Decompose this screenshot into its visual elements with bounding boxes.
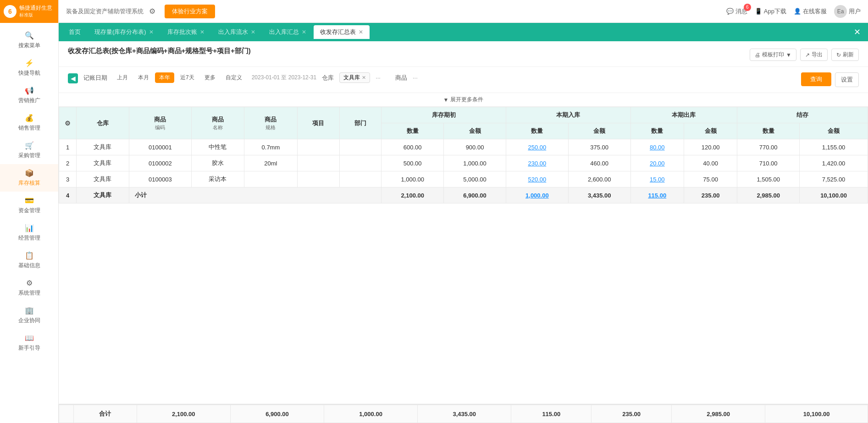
row1-in-qty[interactable]: 250.00 bbox=[506, 139, 568, 155]
chevron-down-icon: ▼ bbox=[786, 52, 791, 58]
tab-home[interactable]: 首页 bbox=[62, 25, 87, 39]
purchase-icon: 🛒 bbox=[25, 141, 34, 150]
row1-in-amt: 375.00 bbox=[568, 139, 630, 155]
date-option-more[interactable]: 更多 bbox=[200, 72, 220, 83]
basic-icon: 📋 bbox=[25, 251, 34, 260]
online-service-action[interactable]: 👤 在线客服 bbox=[794, 7, 827, 16]
table-header-row-top: ⚙ 仓库 商品编码 商品名称 商品规格 项目 部门 库存期初 本期入库 本期出库… bbox=[59, 107, 868, 123]
date-option-custom[interactable]: 自定义 bbox=[221, 72, 246, 83]
finance-icon: 💳 bbox=[25, 196, 34, 205]
message-action[interactable]: 💬 消息 6 bbox=[726, 7, 747, 16]
tab-inout-flow-close[interactable]: ✕ bbox=[251, 29, 255, 35]
expand-more-btn[interactable]: ▼ 展开更多条件 bbox=[443, 96, 484, 104]
tab-inventory-dist-close[interactable]: ✕ bbox=[149, 29, 154, 35]
sidebar-item-inventory[interactable]: 📦 库存核算 bbox=[0, 164, 58, 192]
col-project-header: 项目 bbox=[298, 107, 340, 139]
row2-product-spec: 20ml bbox=[244, 155, 297, 171]
row3-in-qty[interactable]: 520.00 bbox=[506, 171, 568, 187]
product-label: 商品 bbox=[395, 74, 407, 82]
refresh-btn[interactable]: ↻ 刷新 bbox=[831, 49, 859, 61]
sidebar-item-label: 系统管理 bbox=[18, 289, 40, 297]
tab-recv-send-close[interactable]: ✕ bbox=[359, 29, 363, 35]
date-option-last-month[interactable]: 上月 bbox=[113, 72, 132, 83]
subtotal-in-qty[interactable]: 1,000.00 bbox=[506, 187, 568, 203]
message-badge: 6 bbox=[744, 4, 751, 11]
sidebar-item-enterprise[interactable]: 🏢 企业协同 bbox=[0, 302, 58, 329]
row1-product-spec: 0.7mm bbox=[244, 139, 297, 155]
page-container: 收发存汇总表(按仓库+商品编码+商品+规格型号+项目+部门) 🖨 模板打印 ▼ … bbox=[59, 41, 868, 423]
sidebar-item-system[interactable]: ⚙ 系统管理 bbox=[0, 274, 58, 302]
col-in-qty-header: 数量 bbox=[506, 123, 568, 139]
warehouse-tag-text: 文具库 bbox=[343, 74, 360, 82]
row2-balance-amt: 1,420.00 bbox=[800, 155, 868, 171]
subtotal-label: 小计 bbox=[129, 187, 381, 203]
sidebar-logo: 6 畅捷通好生意 标准版 bbox=[0, 0, 58, 23]
row1-product-code: 0100001 bbox=[129, 139, 191, 155]
sidebar-item-label: 销售管理 bbox=[18, 124, 40, 132]
sidebar-item-sales[interactable]: 💰 销售管理 bbox=[0, 109, 58, 137]
row3-balance-amt: 7,525.00 bbox=[800, 171, 868, 187]
sidebar-item-operations[interactable]: 📊 经营管理 bbox=[0, 219, 58, 247]
row3-opening-qty: 1,000.00 bbox=[381, 171, 444, 187]
tab-home-label: 首页 bbox=[69, 28, 81, 36]
row1-product-name: 中性笔 bbox=[191, 139, 244, 155]
app-download-action[interactable]: 📱 App下载 bbox=[755, 7, 786, 16]
subtotal-balance-amt: 10,100.00 bbox=[800, 187, 868, 203]
sidebar: 6 畅捷通好生意 标准版 🔍 搜索菜单 ⚡ 快捷导航 📢 营销推广 💰 销售管理… bbox=[0, 0, 59, 423]
warehouse-tag-close[interactable]: ✕ bbox=[362, 75, 366, 81]
tab-recv-send-summary[interactable]: 收发存汇总表 ✕ bbox=[314, 25, 370, 39]
sidebar-item-label: 库存核算 bbox=[18, 179, 40, 187]
row1-out-qty[interactable]: 80.00 bbox=[630, 139, 684, 155]
col-settings-header[interactable]: ⚙ bbox=[59, 107, 77, 139]
trial-btn[interactable]: 体验行业方案 bbox=[165, 5, 215, 18]
row2-department bbox=[339, 155, 381, 171]
column-settings-icon[interactable]: ⚙ bbox=[65, 120, 71, 127]
table-footer: 合计 2,100.00 6,900.00 1,000.00 3,435.00 1… bbox=[59, 404, 868, 423]
query-btn[interactable]: 查询 bbox=[801, 72, 831, 86]
sidebar-item-search[interactable]: 🔍 搜索菜单 bbox=[0, 27, 58, 54]
sidebar-item-quick-nav[interactable]: ⚡ 快捷导航 bbox=[0, 54, 58, 82]
row3-in-amt: 2,600.00 bbox=[568, 171, 630, 187]
subtotal-balance-qty: 2,985.00 bbox=[737, 187, 800, 203]
subtotal-out-qty[interactable]: 115.00 bbox=[630, 187, 684, 203]
sidebar-item-basic[interactable]: 📋 基础信息 bbox=[0, 247, 58, 274]
row2-product-name: 胶水 bbox=[191, 155, 244, 171]
logo-text: 畅捷通好生意 标准版 bbox=[19, 5, 52, 18]
date-option-7days[interactable]: 近7天 bbox=[176, 72, 199, 83]
tab-batch-ledger-close[interactable]: ✕ bbox=[200, 29, 205, 35]
sidebar-item-purchase[interactable]: 🛒 采购管理 bbox=[0, 137, 58, 164]
sidebar-item-finance[interactable]: 💳 资金管理 bbox=[0, 192, 58, 219]
template-print-btn[interactable]: 🖨 模板打印 ▼ bbox=[750, 49, 796, 61]
total-row: 合计 2,100.00 6,900.00 1,000.00 3,435.00 1… bbox=[59, 405, 868, 423]
tab-batch-ledger[interactable]: 库存批次账 ✕ bbox=[161, 25, 211, 39]
tab-inout-summary[interactable]: 出入库汇总 ✕ bbox=[263, 25, 313, 39]
row2-balance-qty: 710.00 bbox=[737, 155, 800, 171]
row3-out-qty[interactable]: 15.00 bbox=[630, 171, 684, 187]
tab-inventory-dist[interactable]: 现存量(库存分布表) ✕ bbox=[88, 25, 160, 39]
product-dots[interactable]: ··· bbox=[413, 74, 418, 81]
table-wrapper: ⚙ 仓库 商品编码 商品名称 商品规格 项目 部门 库存期初 本期入库 本期出库… bbox=[59, 107, 868, 404]
warehouse-dots[interactable]: ··· bbox=[376, 74, 381, 81]
row2-in-qty[interactable]: 230.00 bbox=[506, 155, 568, 171]
message-icon: 💬 bbox=[726, 8, 734, 15]
marketing-icon: 📢 bbox=[25, 86, 34, 95]
user-action[interactable]: Ea 用户 bbox=[834, 5, 861, 18]
date-option-this-year[interactable]: 本年 bbox=[155, 72, 174, 83]
settings-icon[interactable]: ⚙ bbox=[149, 7, 155, 16]
sidebar-item-marketing[interactable]: 📢 营销推广 bbox=[0, 82, 58, 109]
filter-settings-btn[interactable]: 设置 bbox=[835, 72, 859, 87]
row2-out-qty[interactable]: 20.00 bbox=[630, 155, 684, 171]
sidebar-item-guide[interactable]: 📖 新手引导 bbox=[0, 329, 58, 357]
filter-right: 查询 设置 bbox=[801, 72, 859, 87]
row1-balance-amt: 1,155.00 bbox=[800, 139, 868, 155]
tab-inout-flow-label: 出入库流水 bbox=[218, 28, 248, 36]
row1-warehouse: 文具库 bbox=[77, 139, 129, 155]
tabs-bar-close[interactable]: ✕ bbox=[850, 27, 864, 37]
tabs-bar: 首页 现存量(库存分布表) ✕ 库存批次账 ✕ 出入库流水 ✕ 出入库汇总 ✕ … bbox=[59, 23, 868, 41]
filter-toggle-btn[interactable]: ◀ bbox=[68, 73, 78, 83]
export-btn[interactable]: ↗ 导出 bbox=[800, 49, 828, 61]
date-option-this-month[interactable]: 本月 bbox=[134, 72, 153, 83]
tab-inout-flow[interactable]: 出入库流水 ✕ bbox=[212, 25, 262, 39]
table-row: 1 文具库 0100001 中性笔 0.7mm 600.00 900.00 25… bbox=[59, 139, 868, 155]
tab-inout-summary-close[interactable]: ✕ bbox=[302, 29, 306, 35]
